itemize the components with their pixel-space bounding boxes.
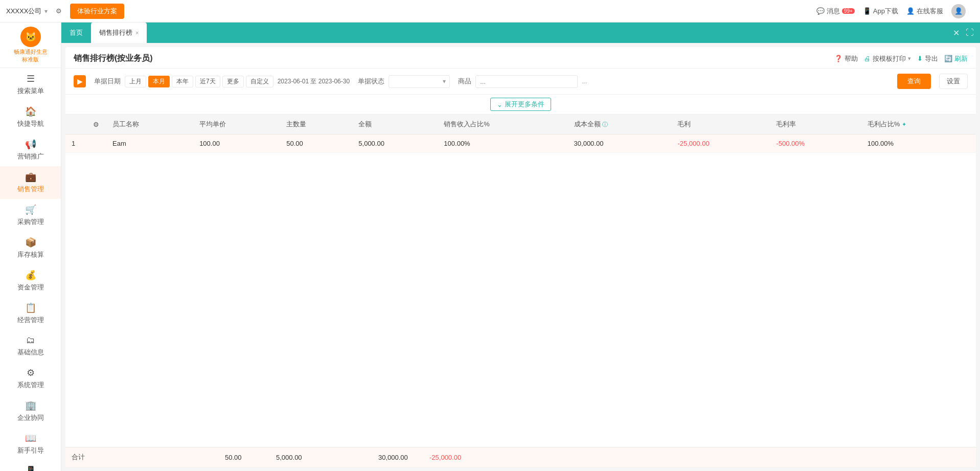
sidebar-item-purchase[interactable]: 🛒 采购管理: [0, 199, 61, 232]
message-icon: 💬: [816, 7, 825, 15]
cell-amount: 5,000.00: [352, 134, 438, 153]
online-service-btn[interactable]: 👤 在线客服: [906, 7, 943, 16]
window-close-icon[interactable]: ✕: [953, 28, 960, 38]
goods-input[interactable]: [475, 75, 578, 88]
cell-rank: 1: [65, 134, 86, 153]
company-selector[interactable]: XXXXX公司 ▾: [6, 7, 48, 16]
footer-label: 合计: [72, 453, 112, 462]
app-download-btn[interactable]: 📱 App下载: [863, 7, 898, 16]
sidebar-item-sales[interactable]: 💼 销售管理: [0, 166, 61, 199]
page-title: 销售排行榜(按业务员): [74, 53, 153, 64]
date-btn-this-year[interactable]: 本年: [172, 76, 193, 87]
cell-employee: Eam: [106, 134, 193, 153]
help-label: 帮助: [845, 54, 858, 63]
cell-gross-pct: 100.00%: [861, 134, 976, 153]
sidebar-item-app-center[interactable]: 📱 应用中心: [0, 460, 61, 471]
template-print-label: 按模板打印: [873, 54, 906, 63]
window-expand-icon[interactable]: ⛶: [966, 28, 974, 37]
tab-home[interactable]: 首页: [61, 23, 91, 43]
footer-amount: 5,000.00: [276, 454, 317, 461]
system-icon: ⚙: [27, 367, 35, 378]
col-employee: 员工名称: [106, 115, 193, 134]
sidebar-label-purchase: 采购管理: [17, 217, 44, 227]
avatar[interactable]: 👤: [951, 4, 966, 18]
page-actions: ❓ 帮助 🖨 按模板打印 ▾ ⬇ 导出 🔄: [834, 54, 968, 63]
cell-settings: [86, 134, 106, 153]
table-row: 1 Eam 100.00 50.00 5,000.00 100.00% 30,0…: [65, 134, 976, 153]
app-download-label: App下载: [873, 7, 898, 16]
sidebar-item-base-info[interactable]: 🗂 基础信息: [0, 330, 61, 362]
tab-bar: 首页 销售排行榜 × ✕ ⛶: [61, 23, 980, 43]
footer-gross: -25,000.00: [429, 454, 470, 461]
footer-cost: 30,000.00: [378, 454, 419, 461]
query-button[interactable]: 查询: [897, 74, 931, 89]
template-print-btn[interactable]: 🖨 按模板打印 ▾: [864, 54, 911, 63]
col-avg-price: 平均单价: [193, 115, 280, 134]
settings-icon[interactable]: ⚙: [52, 4, 66, 18]
top-bar: XXXXX公司 ▾ ⚙ 体验行业方案 💬 消息 99+ 📱 App下载 👤 在线…: [0, 0, 980, 23]
tab-close-icon[interactable]: ×: [135, 30, 139, 36]
sidebar-label-enterprise: 企业协同: [17, 413, 44, 422]
sidebar-item-guide[interactable]: 📖 新手引导: [0, 428, 61, 460]
message-btn[interactable]: 💬 消息 99+: [816, 7, 855, 16]
sidebar-item-quick-nav[interactable]: 🏠 快捷导航: [0, 101, 61, 133]
cell-gross-rate: -500.00%: [770, 134, 861, 153]
refresh-btn[interactable]: 🔄 刷新: [944, 54, 968, 63]
expand-btn[interactable]: ⌄ 展开更多条件: [490, 98, 551, 111]
col-rank: [65, 115, 86, 134]
help-icon: ❓: [834, 55, 842, 62]
sidebar-item-operations[interactable]: 📋 经营管理: [0, 297, 61, 330]
sidebar-item-system[interactable]: ⚙ 系统管理: [0, 362, 61, 395]
sidebar-label-search: 搜索菜单: [17, 86, 44, 96]
company-name: XXXXX公司: [6, 7, 41, 16]
filter-bar: ▶ 单据日期 上月 本月 本年 近7天 更多 自定义 2023-06-01 至 …: [65, 69, 976, 95]
export-label: 导出: [925, 54, 938, 63]
sidebar-item-finance[interactable]: 💰 资金管理: [0, 264, 61, 297]
inner-page: 销售排行榜(按业务员) ❓ 帮助 🖨 按模板打印 ▾ ⬇: [65, 47, 976, 467]
sidebar-item-enterprise[interactable]: 🏢 企业协同: [0, 395, 61, 428]
cell-sales-pct: 100.00%: [438, 134, 567, 153]
status-filter-group: 单据状态: [358, 75, 450, 88]
content-area: 首页 销售排行榜 × ✕ ⛶ 销售排行榜(按业务员) ❓: [61, 23, 980, 471]
sidebar-item-marketing[interactable]: 📢 营销推广: [0, 133, 61, 166]
export-btn[interactable]: ⬇ 导出: [917, 54, 938, 63]
enterprise-icon: 🏢: [25, 400, 36, 411]
date-btn-this-month[interactable]: 本月: [148, 76, 170, 87]
status-select[interactable]: [389, 75, 450, 88]
date-btn-custom[interactable]: 自定义: [246, 76, 274, 87]
inventory-icon: 📦: [25, 237, 36, 248]
chevron-down-icon: ▾: [44, 8, 48, 15]
sidebar-label-base: 基础信息: [17, 348, 44, 357]
status-filter-label: 单据状态: [358, 77, 384, 86]
settings-button[interactable]: 设置: [939, 74, 968, 89]
sidebar: 🐱 畅康通好生意标准版 ☰ 搜索菜单 🏠 快捷导航 📢 营销推广 💼 销售管理 …: [0, 23, 61, 471]
cell-cost: 30,000.00: [568, 134, 672, 153]
export-icon: ⬇: [917, 55, 923, 62]
app-center-icon: 📱: [25, 465, 36, 471]
col-cost: 成本全额 ⓘ: [568, 115, 672, 134]
tab-active-label: 销售排行榜: [99, 28, 132, 37]
col-gross: 毛利: [671, 115, 770, 134]
date-filter-group: 单据日期 上月 本月 本年 近7天 更多 自定义 2023-06-01 至 20…: [94, 76, 350, 87]
table-container: ⚙ 员工名称 平均单价 主数量 全额 销售收入占比% 成本全额 ⓘ 毛利 毛利率…: [65, 115, 976, 447]
date-buttons: 上月 本月 本年 近7天 更多 自定义: [125, 76, 274, 87]
col-settings[interactable]: ⚙: [86, 115, 106, 134]
cell-main-qty: 50.00: [280, 134, 352, 153]
sidebar-item-search-orders[interactable]: ☰ 搜索菜单: [0, 68, 61, 101]
trial-button[interactable]: 体验行业方案: [70, 4, 124, 19]
more-fields-link[interactable]: ...: [582, 78, 587, 85]
goods-filter-group: 商品 ...: [458, 75, 889, 88]
date-btn-last-month[interactable]: 上月: [125, 76, 146, 87]
filter-collapse-btn[interactable]: ▶: [74, 75, 86, 87]
marketing-icon: 📢: [25, 139, 36, 150]
app-icon: 📱: [863, 7, 871, 15]
help-btn[interactable]: ❓ 帮助: [834, 54, 858, 63]
date-btn-7days[interactable]: 近7天: [195, 76, 220, 87]
page-content: 销售排行榜(按业务员) ❓ 帮助 🖨 按模板打印 ▾ ⬇: [61, 43, 980, 471]
date-btn-more[interactable]: 更多: [222, 76, 244, 87]
sidebar-label-quick: 快捷导航: [17, 119, 44, 128]
tab-sales-ranking[interactable]: 销售排行榜 ×: [91, 23, 147, 43]
sidebar-label-sales: 销售管理: [17, 185, 44, 194]
sidebar-item-inventory[interactable]: 📦 库存核算: [0, 232, 61, 264]
page-header: 销售排行榜(按业务员) ❓ 帮助 🖨 按模板打印 ▾ ⬇: [65, 47, 976, 69]
